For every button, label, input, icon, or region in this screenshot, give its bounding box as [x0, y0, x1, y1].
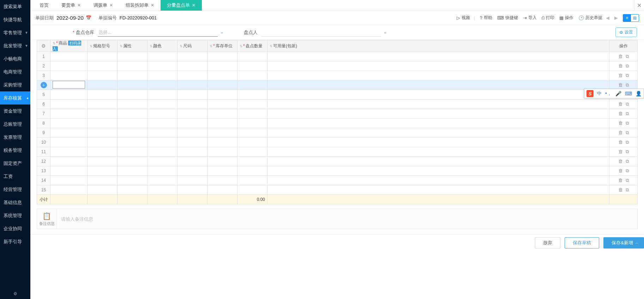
cell-size[interactable] — [177, 157, 207, 166]
sort-icon[interactable]: ⇅ — [150, 44, 152, 48]
tab[interactable]: 调拨单✕ — [87, 0, 119, 11]
ime-lang[interactable]: 中 — [597, 90, 602, 97]
cell-color[interactable] — [148, 166, 177, 176]
sidebar-item[interactable]: 基础信息 — [0, 196, 30, 209]
cell-color[interactable] — [148, 185, 177, 195]
cell-avail[interactable] — [267, 138, 609, 147]
cell-avail[interactable] — [267, 157, 609, 166]
col-product[interactable]: ⇅*商品 扫码录入 — [50, 40, 88, 52]
cell-spec[interactable] — [88, 166, 118, 176]
sidebar-item[interactable]: 小畅电商 — [0, 52, 30, 65]
cell-spec[interactable] — [88, 147, 118, 157]
cell-avail[interactable] — [267, 80, 609, 90]
ime-punct-icon[interactable]: •， — [605, 90, 612, 97]
cell-size[interactable] — [177, 61, 207, 71]
cell-unit[interactable] — [207, 71, 237, 80]
cell-size[interactable] — [177, 166, 207, 176]
cell-spec[interactable] — [88, 61, 118, 71]
cell-attr[interactable] — [118, 157, 148, 166]
cell-spec[interactable] — [88, 100, 118, 109]
sidebar-item[interactable]: 资金管理 — [0, 104, 30, 118]
cell-avail[interactable] — [267, 176, 609, 185]
cell-qty[interactable] — [237, 157, 267, 166]
cell-avail[interactable] — [267, 147, 609, 157]
cell-size[interactable] — [177, 128, 207, 138]
sort-icon[interactable]: ⇅ — [120, 44, 122, 48]
copy-row-icon[interactable]: ⧉ — [626, 130, 629, 135]
cell-unit[interactable] — [207, 52, 237, 61]
cell-qty[interactable] — [237, 80, 267, 90]
cell-qty[interactable] — [237, 52, 267, 61]
ime-mic-icon[interactable]: 🎤 — [615, 91, 621, 96]
view-list[interactable]: ≡ — [623, 14, 631, 22]
cell-op[interactable]: 🗑⧉ — [609, 109, 638, 119]
copy-row-icon[interactable]: ⧉ — [626, 111, 629, 116]
delete-row-icon[interactable]: 🗑 — [618, 82, 623, 88]
cell-color[interactable] — [148, 52, 177, 61]
cell-op[interactable]: 🗑⧉ — [609, 128, 638, 138]
cell-avail[interactable] — [267, 71, 609, 80]
delete-row-icon[interactable]: 🗑 — [618, 120, 623, 126]
cell-unit[interactable] — [207, 157, 237, 166]
close-icon[interactable]: ✕ — [109, 3, 113, 8]
cell-qty[interactable] — [237, 71, 267, 80]
delete-row-icon[interactable]: 🗑 — [618, 178, 623, 183]
delete-row-icon[interactable]: 🗑 — [618, 139, 623, 145]
sort-icon[interactable]: ⇅ — [240, 44, 242, 48]
cell-op[interactable]: 🗑⧉ — [609, 52, 638, 61]
cell-gear[interactable]: 8 — [37, 119, 50, 128]
cell-avail[interactable] — [267, 90, 609, 100]
cell-spec[interactable] — [88, 80, 118, 90]
cell-color[interactable] — [148, 138, 177, 147]
next-doc[interactable]: ▶ — [613, 15, 619, 21]
sidebar-item[interactable]: 新手引导 — [0, 235, 30, 248]
cell-qty[interactable] — [237, 90, 267, 100]
copy-row-icon[interactable]: ⧉ — [626, 101, 629, 107]
sidebar-item[interactable]: 税务管理 — [0, 144, 30, 157]
print-action[interactable]: ⎙打印 — [542, 15, 554, 21]
cell-attr[interactable] — [118, 185, 148, 195]
cell-avail[interactable] — [267, 109, 609, 119]
sidebar-item[interactable]: 批发管理▼ — [0, 39, 30, 52]
gear-icon[interactable]: ⚙ — [41, 43, 46, 49]
delete-row-icon[interactable]: 🗑 — [618, 187, 623, 192]
cell-gear[interactable]: + — [37, 80, 50, 90]
cell-gear[interactable]: 9 — [37, 128, 50, 138]
sidebar-item[interactable]: 总账管理 — [0, 118, 30, 131]
save-draft-button[interactable]: 保存草稿 — [565, 237, 599, 249]
copy-row-icon[interactable]: ⧉ — [626, 178, 629, 183]
cell-unit[interactable] — [207, 176, 237, 185]
close-icon[interactable]: ✕ — [77, 3, 81, 8]
cell-gear[interactable]: 7 — [37, 109, 50, 119]
copy-row-icon[interactable]: ⧉ — [626, 187, 629, 192]
cell-spec[interactable] — [88, 157, 118, 166]
sidebar-item[interactable]: 电商管理 — [0, 65, 30, 78]
cell-avail[interactable] — [267, 52, 609, 61]
cell-product[interactable] — [50, 119, 88, 128]
cell-size[interactable] — [177, 119, 207, 128]
cell-gear[interactable]: 5 — [37, 90, 50, 100]
col-color[interactable]: ⇅颜色 — [148, 40, 177, 52]
sidebar-item[interactable]: 系统管理 — [0, 209, 30, 222]
sidebar-item[interactable]: 搜索菜单 — [0, 0, 30, 13]
copy-row-icon[interactable]: ⧉ — [626, 168, 629, 173]
cell-spec[interactable] — [88, 176, 118, 185]
cell-qty[interactable] — [237, 138, 267, 147]
delete-row-icon[interactable]: 🗑 — [618, 159, 623, 164]
cell-op[interactable]: 🗑⧉ — [609, 138, 638, 147]
table-row[interactable]: 8🗑⧉ — [37, 119, 638, 128]
cell-product[interactable] — [50, 52, 88, 61]
cell-gear[interactable]: 11 — [37, 147, 50, 157]
cell-gear[interactable]: 14 — [37, 176, 50, 185]
cell-unit[interactable] — [207, 185, 237, 195]
cell-avail[interactable] — [267, 61, 609, 71]
cell-qty[interactable] — [237, 185, 267, 195]
table-row[interactable]: 1🗑⧉ — [37, 52, 638, 61]
col-op[interactable]: 操作 — [609, 40, 638, 52]
cell-avail[interactable] — [267, 166, 609, 176]
cell-attr[interactable] — [118, 71, 148, 80]
col-spec[interactable]: ⇅规格型号 — [88, 40, 118, 52]
cell-unit[interactable] — [207, 119, 237, 128]
table-row[interactable]: 6🗑⧉ — [37, 100, 638, 109]
cell-attr[interactable] — [118, 90, 148, 100]
